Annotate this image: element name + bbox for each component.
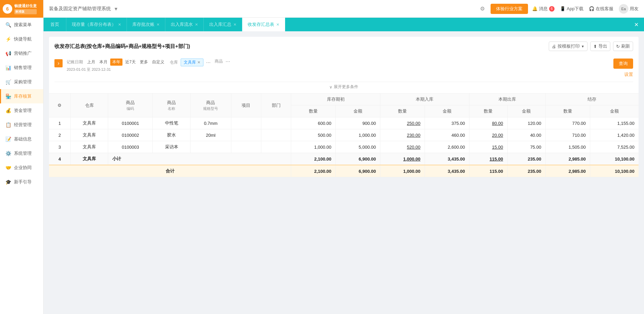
tab-close-inout-summary[interactable]: ✕ xyxy=(233,22,236,27)
table-settings-icon[interactable]: ⚙ xyxy=(57,103,62,108)
goods-filter-group: 商品 ··· xyxy=(215,59,230,64)
filter-bar: › 记账日期 上月 本月 本年 近7天 更多 自定义 xyxy=(54,55,633,82)
tab-receive-summary[interactable]: 收发存汇总表 ✕ xyxy=(242,18,285,31)
th-settings[interactable]: ⚙ xyxy=(49,94,70,117)
logo-icon: 6 xyxy=(3,4,12,14)
page-title-text: 收发存汇总表(按仓库+商品编码+商品+规格型号+项目+部门) xyxy=(54,43,190,50)
cell-total-close-amt: 10,100.00 xyxy=(590,165,639,177)
sidebar-menu: 🔍 搜索菜单 ⚡ 快捷导航 📢 营销推广 📊 销售管理 🛒 采购管理 🏪 库存核… xyxy=(0,18,43,314)
refresh-btn[interactable]: ↻ 刷新 xyxy=(613,42,633,51)
cell-sub-out-qty[interactable]: 115.00 xyxy=(469,153,507,165)
sidebar-item-guide[interactable]: 🎓 新手引导 xyxy=(0,175,43,189)
sidebar-item-search[interactable]: 🔍 搜索菜单 xyxy=(0,18,43,32)
sidebar-item-sales[interactable]: 📊 销售管理 xyxy=(0,61,43,75)
shortcut-custom[interactable]: 自定义 xyxy=(151,59,166,66)
cell-out-qty-1[interactable]: 80.00 xyxy=(469,117,507,129)
tab-batch[interactable]: 库存批次账 ✕ xyxy=(127,18,165,31)
date-filter-group: 记账日期 上月 本月 本年 近7天 更多 自定义 2023-01-01 至 20… xyxy=(67,59,166,72)
online-service-action[interactable]: 🎧 在线客服 xyxy=(589,6,613,12)
date-filter-row: 记账日期 上月 本月 本年 近7天 更多 自定义 xyxy=(67,59,166,66)
table-section: ⚙ 仓库 商品编码 商品名称 商品规格型号 项目 部门 库存期初 本期入库 本期… xyxy=(49,94,639,177)
settings-icon-btn[interactable]: ⚙ xyxy=(478,5,486,13)
print-btn[interactable]: 🖨 按模板打印 ▼ xyxy=(549,42,588,51)
cell-spec-3 xyxy=(191,141,231,153)
cell-open-qty-2: 500.00 xyxy=(291,129,336,141)
sidebar-item-marketing[interactable]: 📢 营销推广 xyxy=(0,46,43,61)
expand-row: ∨ 展开更多条件 xyxy=(54,82,633,93)
sidebar-item-finance[interactable]: 💰 资金管理 xyxy=(0,103,43,118)
warehouse-label: 仓库 xyxy=(170,60,178,65)
th-open-qty: 数量 xyxy=(291,105,336,117)
user-action[interactable]: Ea 用友 xyxy=(619,4,639,14)
main-table: ⚙ 仓库 商品编码 商品名称 商品规格型号 项目 部门 库存期初 本期入库 本期… xyxy=(49,94,639,177)
cell-close-amt-1: 1,155.00 xyxy=(590,117,639,129)
export-btn[interactable]: ⬆ 导出 xyxy=(590,42,610,51)
logo-text: 畅捷通好生意 标准版 xyxy=(14,3,37,14)
app-download-action[interactable]: 📱 App下载 xyxy=(560,6,583,12)
page-title-actions: 🖨 按模板打印 ▼ ⬆ 导出 ↻ 刷新 xyxy=(549,42,633,51)
th-close-amt: 金额 xyxy=(590,105,639,117)
shortcut-last-month[interactable]: 上月 xyxy=(86,59,97,66)
tab-inout-summary[interactable]: 出入库汇总 ✕ xyxy=(204,18,242,31)
sidebar-item-basic[interactable]: 📝 基础信息 xyxy=(0,132,43,146)
cell-out-qty-3[interactable]: 15.00 xyxy=(469,141,507,153)
goods-label-row: 商品 ··· xyxy=(215,59,230,64)
cell-open-qty-3: 1,000.00 xyxy=(291,141,336,153)
message-action[interactable]: 🔔 消息 6 xyxy=(532,6,555,12)
tab-inventory-dist[interactable]: 现存量（库存分布表） ✕ xyxy=(66,18,127,31)
export-icon: ⬆ xyxy=(593,44,597,49)
tab-close-inout-flow[interactable]: ✕ xyxy=(195,22,198,27)
cell-sub-in-qty[interactable]: 1,000.00 xyxy=(380,153,425,165)
shortcut-7days[interactable]: 近7天 xyxy=(124,59,137,66)
th-opening: 库存期初 xyxy=(291,94,380,105)
shortcut-more[interactable]: 更多 xyxy=(138,59,149,66)
graduation-icon: 🎓 xyxy=(5,179,11,185)
cell-code-2: 0100002 xyxy=(108,129,153,141)
cell-in-qty-2[interactable]: 230.00 xyxy=(380,129,425,141)
cell-total-close-qty: 2,985.00 xyxy=(545,165,590,177)
table-row: 1 文具库 0100001 中性笔 0.7mm 600.00 900.00 25… xyxy=(49,117,639,129)
tab-bar: 首页 现存量（库存分布表） ✕ 库存批次账 ✕ 出入库流水 ✕ 出入库汇总 ✕ … xyxy=(44,18,644,31)
cell-in-amt-2: 460.00 xyxy=(425,129,469,141)
sidebar-item-operations[interactable]: 📋 经营管理 xyxy=(0,118,43,132)
cell-in-qty-1[interactable]: 250.00 xyxy=(380,117,425,129)
sidebar-item-collab[interactable]: 🤝 企业协同 xyxy=(0,161,43,175)
sidebar-item-inventory[interactable]: 🏪 库存核算 xyxy=(0,89,43,103)
tab-close-receive-summary[interactable]: ✕ xyxy=(276,22,279,27)
cell-total-in-qty: 1,000.00 xyxy=(380,165,425,177)
filter-toggle-button[interactable]: › xyxy=(54,59,63,67)
warehouse-more-btn[interactable]: ··· xyxy=(206,60,211,65)
expand-conditions-btn[interactable]: ∨ 展开更多条件 xyxy=(329,84,358,90)
tab-inout-flow[interactable]: 出入库流水 ✕ xyxy=(165,18,204,31)
cell-name-2: 胶水 xyxy=(153,129,191,141)
sidebar: 6 畅捷通好生意 标准版 🔍 搜索菜单 ⚡ 快捷导航 📢 营销推广 📊 销售管理… xyxy=(0,0,44,314)
warehouse-tag-close[interactable]: ✕ xyxy=(197,60,200,65)
query-section: 查询 设置 xyxy=(613,59,633,79)
tab-close-batch[interactable]: ✕ xyxy=(156,22,160,27)
cell-name-3: 采访本 xyxy=(153,141,191,153)
tab-home[interactable]: 首页 xyxy=(44,18,66,31)
shortcut-this-month[interactable]: 本月 xyxy=(98,59,109,66)
date-range-text: 2023-01-01 至 2023-12-31 xyxy=(67,67,166,72)
sidebar-item-quick-nav[interactable]: ⚡ 快捷导航 xyxy=(0,32,43,46)
sidebar-item-purchase[interactable]: 🛒 采购管理 xyxy=(0,75,43,89)
cell-in-qty-3[interactable]: 520.00 xyxy=(380,141,425,153)
sidebar-item-system[interactable]: ⚙️ 系统管理 xyxy=(0,146,43,161)
phone-icon: 📱 xyxy=(560,6,565,11)
query-button[interactable]: 查询 xyxy=(613,59,633,69)
cell-code-3: 0100003 xyxy=(108,141,153,153)
shortcut-this-year[interactable]: 本年 xyxy=(110,59,122,66)
cell-open-qty-1: 600.00 xyxy=(291,117,336,129)
subtotal-row: 4 文具库 小计 2,100.00 6,900.00 1,000.00 3,43… xyxy=(49,153,639,165)
expand-arrow-icon: ∨ xyxy=(329,85,332,89)
th-close-qty: 数量 xyxy=(545,105,590,117)
tab-close-inventory-dist[interactable]: ✕ xyxy=(118,22,121,27)
avatar: Ea xyxy=(619,4,628,14)
experience-button[interactable]: 体验行业方案 xyxy=(491,4,528,14)
cell-out-qty-2[interactable]: 20.00 xyxy=(469,129,507,141)
settings-text-button[interactable]: 设置 xyxy=(624,70,633,79)
tab-bar-close-btn[interactable]: ✕ xyxy=(629,21,644,28)
warehouse-tag[interactable]: 文具库 ✕ xyxy=(181,59,203,66)
cell-total-open-amt: 6,900.00 xyxy=(336,165,380,177)
goods-more-btn[interactable]: ··· xyxy=(226,59,230,64)
